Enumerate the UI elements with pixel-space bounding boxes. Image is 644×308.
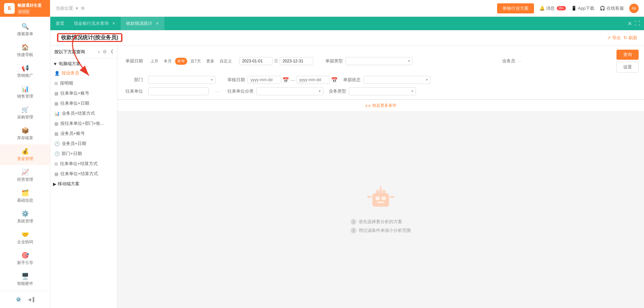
tip-num-1: 1 xyxy=(351,219,357,225)
sidebar-settings-btn[interactable]: ⚙️ ◀▐ xyxy=(0,294,50,305)
calendar2-icon[interactable]: 📅 xyxy=(331,77,338,83)
doc-status-select[interactable] xyxy=(363,76,430,84)
date-shortcut-7days[interactable]: 近7天 xyxy=(189,58,203,65)
sidebar-item-collab[interactable]: 🤝 企业协同 xyxy=(0,227,50,248)
date-start-input[interactable] xyxy=(239,57,273,65)
sidebar-item-basic-info[interactable]: 🗂️ 基础信息 xyxy=(0,186,50,207)
tip-num-2: 2 xyxy=(351,227,357,234)
sidebar-item-finance[interactable]: 💰 资金管理 xyxy=(0,144,50,165)
settings-btn[interactable]: 设置 xyxy=(616,62,639,72)
salesperson-filter-label: 业务员 xyxy=(502,58,515,64)
sidebar-item-label: 采购管理 xyxy=(17,114,33,120)
sidebar-item-management[interactable]: 📈 经营管理 xyxy=(0,165,50,186)
date-shortcut-more[interactable]: 更多 xyxy=(204,58,216,65)
tree-item-dept-date[interactable]: 🕐 部门+日期 xyxy=(50,149,117,159)
sidebar-item-guide[interactable]: 🎯 新手引导 xyxy=(0,248,50,269)
chevron-up-icon: ∧∧ xyxy=(365,103,371,108)
app-download-btn[interactable]: 📱 App下载 xyxy=(571,5,594,11)
tree-item-by-salesperson[interactable]: 👤 按业务员 xyxy=(50,68,117,78)
date-shortcut-last-month[interactable]: 上月 xyxy=(148,58,160,65)
sidebar-item-label: 智能硬件 xyxy=(17,281,33,287)
collapse-bar[interactable]: ∧∧ 收起更多条件 xyxy=(117,100,644,111)
refresh-btn[interactable]: ↻ 刷新 xyxy=(624,35,637,41)
date-shortcut-custom[interactable]: 自定义 xyxy=(218,58,234,65)
biz-type-select[interactable] xyxy=(349,87,416,95)
tree-item-label: 往来单位+日期 xyxy=(60,100,89,106)
query-btn[interactable]: 查询 xyxy=(616,50,639,60)
dept-select[interactable] xyxy=(148,76,215,84)
tab-bank-flow[interactable]: 现金银行流水查询 ✕ xyxy=(68,17,121,30)
date-shortcut-this-month[interactable]: 本月 xyxy=(162,58,174,65)
trial-btn[interactable]: 体验行业方案 xyxy=(497,3,534,13)
header-right: 体验行业方案 🔔 消息 99+ 📱 App下载 🎧 在线客服 Rit xyxy=(497,3,639,13)
svg-rect-5 xyxy=(390,196,394,198)
settings-gear-icon[interactable]: ⚙ xyxy=(81,6,85,11)
sidebar-item-inventory[interactable]: 📦 库存核算 xyxy=(0,123,50,144)
tree-item-label: 按明细 xyxy=(60,80,73,86)
bell-icon: 🔔 xyxy=(539,6,545,11)
collapse-icon: ◀▐ xyxy=(28,297,34,302)
partner-more-icon[interactable]: ··· xyxy=(215,89,219,94)
partner-input[interactable] xyxy=(148,87,209,95)
tree-item-partner-settle2[interactable]: ▦ 往来单位+结算方式 xyxy=(50,169,117,179)
salesperson-more-icon[interactable]: ··· xyxy=(518,59,522,64)
calendar-icon[interactable]: 📅 xyxy=(282,77,289,83)
refresh-label: 刷新 xyxy=(629,35,637,41)
maximize-icon[interactable]: ⛶ xyxy=(635,20,640,27)
review-date-start[interactable] xyxy=(248,76,281,84)
tab-home[interactable]: 首页 xyxy=(50,17,68,30)
tree-item-by-detail[interactable]: ⊞ 按明细 xyxy=(50,78,117,88)
tree-item-salesperson-account[interactable]: ▦ 业务员+账号 xyxy=(50,129,117,139)
partner-category-select[interactable] xyxy=(256,87,323,95)
tree-item-label: 往来单位+结算方式 xyxy=(60,171,98,177)
notification-btn[interactable]: 🔔 消息 99+ xyxy=(539,5,566,11)
tree-group-mobile[interactable]: ▶ 移动端方案 xyxy=(50,179,117,188)
tree-item-salesperson-settle[interactable]: 📊 业务员+结算方式 xyxy=(50,108,117,118)
tip-text-2: 用过滤条件来缩小分析范围 xyxy=(359,227,411,234)
export-btn[interactable]: ↗ 导出 xyxy=(607,35,621,41)
tree-group-pc[interactable]: ▼ 电脑端方案 xyxy=(50,59,117,68)
sidebar-item-sales[interactable]: 📊 销售管理 xyxy=(0,82,50,103)
header-left: 当前位置 ▾ ⚙ xyxy=(56,5,85,11)
sidebar-item-nav[interactable]: 🏠 快捷导航 xyxy=(0,40,50,61)
sidebar-item-system[interactable]: ⚙️ 系统管理 xyxy=(0,207,50,227)
svg-point-7 xyxy=(379,187,382,190)
filter-row-partner: 往来单位 ··· 往来单位分类 xyxy=(123,87,639,95)
close-window-icon[interactable]: ✕ xyxy=(628,20,632,27)
online-service-btn[interactable]: 🎧 在线客服 xyxy=(600,5,624,11)
doctype-select[interactable] xyxy=(345,57,413,65)
guide-icon: 🎯 xyxy=(21,252,29,259)
scheme-settings-icon[interactable]: ⚙ xyxy=(103,49,107,55)
date-end-input[interactable] xyxy=(280,57,313,65)
tree-item-partner-dept[interactable]: ▦ 按往来单位+部门+收... xyxy=(50,118,117,129)
page-title: 收款情况统计(按业务员) xyxy=(58,33,122,42)
tree-item-salesperson-date[interactable]: 🕐 业务员+日期 xyxy=(50,139,117,149)
tab-close-bank[interactable]: ✕ xyxy=(112,21,115,26)
table4-icon: ▦ xyxy=(54,131,58,136)
filter-row-dept: 部门 审核日期 xyxy=(123,76,639,84)
date-input-group: 至 xyxy=(239,57,313,65)
management-icon: 📈 xyxy=(21,168,29,176)
export-label: 导出 xyxy=(612,35,621,41)
add-scheme-btn[interactable]: ＋ xyxy=(97,49,101,55)
logo-icon: 6 xyxy=(4,3,15,14)
tab-close-collection[interactable]: ✕ xyxy=(156,21,159,26)
basic-info-icon: 🗂️ xyxy=(21,189,29,197)
sidebar-item-marketing[interactable]: 📢 营销推广 xyxy=(0,61,50,82)
logo-text-block: 畅捷通好生意 标准版 xyxy=(17,3,42,14)
sidebar-item-purchase[interactable]: 🛒 采购管理 xyxy=(0,103,50,123)
sidebar-item-search[interactable]: 🔍 搜索菜单 xyxy=(0,19,50,40)
sidebar-item-hardware[interactable]: 🖥️ 智能硬件 xyxy=(0,269,50,290)
tree-item-partner-date[interactable]: ▦ 往来单位+日期 xyxy=(50,98,117,108)
date-shortcut-this-year[interactable]: 本年 xyxy=(175,58,187,65)
sidebar-item-label: 资金管理 xyxy=(17,156,33,162)
collapse-panel-icon[interactable]: 《 xyxy=(108,49,113,55)
tree-item-partner-account[interactable]: ▦ 往来单位+账号 xyxy=(50,88,117,98)
filter-group-review-date: 审核日期 📅 — 📅 xyxy=(227,76,338,84)
tab-collection-stats[interactable]: 收款情况统计 ✕ xyxy=(121,17,164,30)
tree-item-partner-settle1[interactable]: ⊞ 往来单位+结算方式 xyxy=(50,159,117,169)
clock2-icon: 🕐 xyxy=(54,151,60,156)
review-date-end[interactable] xyxy=(296,76,330,84)
user-avatar[interactable]: Rit xyxy=(629,4,639,13)
filter-group-salesperson: 业务员 ··· xyxy=(502,58,522,64)
